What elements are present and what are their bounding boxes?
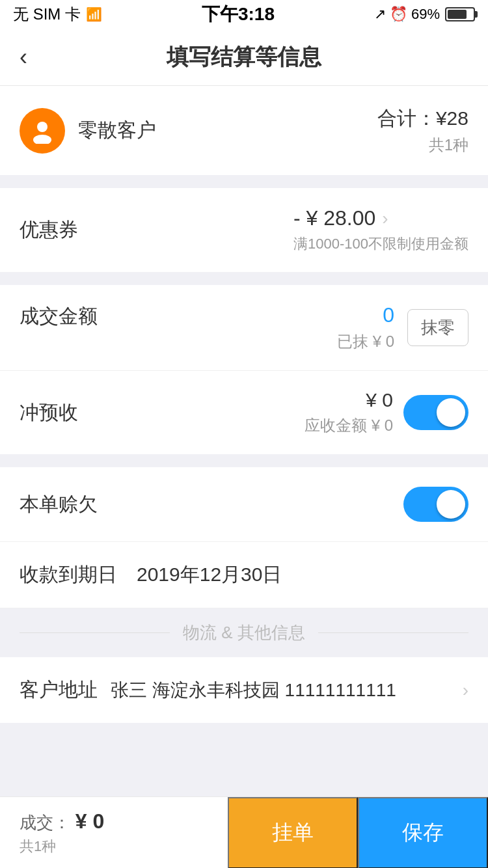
logistics-divider: 物流 & 其他信息 [0, 608, 488, 657]
coupon-discount: - ¥ 28.00 [293, 206, 375, 230]
credit-toggle-knob [437, 490, 465, 519]
coupon-label: 优惠券 [20, 217, 78, 243]
chevron-right-icon: › [382, 208, 388, 229]
total-count: 共1种 [377, 135, 468, 156]
logistics-divider-text: 物流 & 其他信息 [183, 621, 305, 644]
nav-bar: ‹ 填写结算等信息 [0, 29, 488, 86]
prepayment-row: 冲预收 ¥ 0 应收金额 ¥ 0 [0, 371, 488, 454]
page-title: 填写结算等信息 [167, 42, 321, 72]
prepayment-receivable: 应收金额 ¥ 0 [305, 415, 393, 436]
due-date-label: 收款到期日 [20, 562, 117, 588]
customer-name: 零散客户 [78, 117, 156, 144]
prepayment-toggle[interactable] [403, 395, 468, 430]
location-icon: ↗ [374, 6, 386, 23]
back-button[interactable]: ‹ [13, 37, 34, 77]
customer-total: 合计：¥28 共1种 [377, 105, 468, 156]
svg-point-0 [37, 122, 47, 132]
address-label: 客户地址 [20, 677, 98, 703]
svg-point-1 [33, 135, 51, 144]
status-bar: 无 SIM 卡 📶 下午3:18 ↗ ⏰ 69% [0, 0, 488, 29]
address-section[interactable]: 客户地址 张三 海淀永丰科技园 11111111111 › [0, 657, 488, 723]
credit-label: 本单赊欠 [20, 491, 98, 518]
prepayment-right: ¥ 0 应收金额 ¥ 0 [305, 389, 468, 436]
deal-amount-label: 成交金额 [20, 303, 98, 330]
deal-amount-row: 成交金额 0 已抹 ¥ 0 抹零 [0, 285, 488, 371]
deal-amount-right: 0 已抹 ¥ 0 抹零 [337, 303, 468, 352]
bottom-bar: 成交： ¥ 0 共1种 挂单 保存 [0, 796, 488, 868]
coupon-description: 满1000-100不限制使用金额 [293, 234, 468, 254]
total-amount: 合计：¥28 [377, 105, 468, 132]
bottom-deal-amount: ¥ 0 [75, 809, 104, 833]
carrier-text: 无 SIM 卡 [13, 4, 81, 25]
round-zero-button[interactable]: 抹零 [407, 309, 468, 346]
deal-value-area: 0 已抹 ¥ 0 [337, 303, 394, 352]
toggle-knob [437, 398, 465, 427]
wifi-icon: 📶 [86, 7, 102, 22]
due-date-value: 2019年12月30日 [137, 562, 282, 588]
battery-percent: 69% [411, 6, 440, 23]
status-time: 下午3:18 [202, 2, 275, 27]
bottom-deal-label: 成交： [20, 813, 70, 832]
customer-info: 零散客户 [20, 108, 156, 154]
deal-sub: 已抹 ¥ 0 [337, 331, 394, 352]
prepayment-label: 冲预收 [20, 400, 78, 426]
address-value: 张三 海淀永丰科技园 11111111111 [111, 678, 463, 703]
transaction-section: 成交金额 0 已抹 ¥ 0 抹零 冲预收 ¥ 0 应收金额 ¥ 0 [0, 285, 488, 454]
pending-button[interactable]: 挂单 [228, 797, 358, 869]
status-left: 无 SIM 卡 📶 [13, 4, 102, 25]
coupon-section[interactable]: 优惠券 - ¥ 28.00 › 满1000-100不限制使用金额 [0, 188, 488, 272]
status-right: ↗ ⏰ 69% [374, 6, 475, 23]
coupon-row[interactable]: 优惠券 - ¥ 28.00 › 满1000-100不限制使用金额 [0, 188, 488, 272]
prepayment-amounts: ¥ 0 应收金额 ¥ 0 [305, 389, 393, 436]
bottom-info: 成交： ¥ 0 共1种 [0, 809, 228, 856]
address-chevron-icon: › [463, 680, 468, 701]
credit-section: 本单赊欠 收款到期日 2019年12月30日 [0, 467, 488, 608]
due-date-row: 收款到期日 2019年12月30日 [0, 542, 488, 608]
credit-toggle[interactable] [403, 487, 468, 522]
deal-value: 0 [337, 303, 394, 327]
bottom-deal-count: 共1种 [20, 837, 208, 856]
battery-icon [445, 7, 475, 21]
customer-row: 零散客户 合计：¥28 共1种 [0, 86, 488, 175]
coupon-right: - ¥ 28.00 › 满1000-100不限制使用金额 [293, 206, 468, 254]
bottom-deal-row: 成交： ¥ 0 [20, 809, 208, 834]
credit-row: 本单赊欠 [0, 467, 488, 542]
prepayment-amount: ¥ 0 [366, 389, 393, 411]
address-row[interactable]: 客户地址 张三 海淀永丰科技园 11111111111 › [0, 657, 488, 723]
alarm-icon: ⏰ [390, 6, 407, 23]
customer-avatar [20, 108, 65, 154]
save-button[interactable]: 保存 [358, 797, 488, 869]
